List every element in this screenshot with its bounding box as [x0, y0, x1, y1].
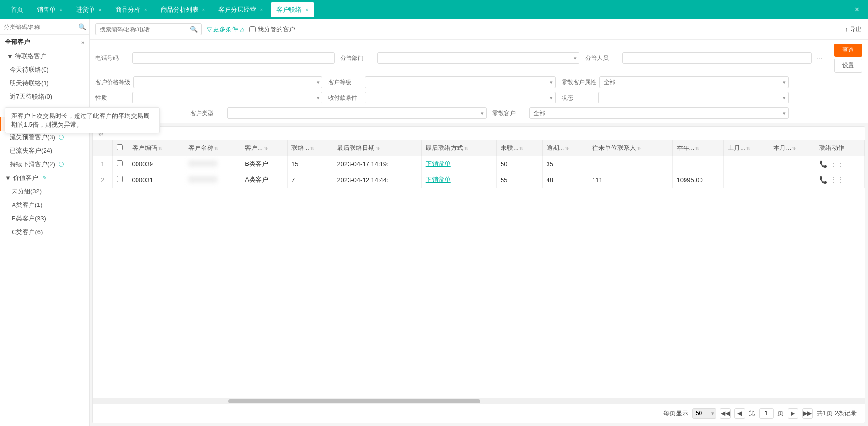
gender-select[interactable] [132, 92, 322, 103]
th-current-month[interactable]: 本月...⇅ [769, 140, 815, 156]
next-page-button[interactable]: ▶ [788, 408, 798, 419]
sidebar-item-c-class[interactable]: C类客户(6) [0, 225, 89, 239]
table-row: 1 000039 B类客户 15 2023-04-17 14:19: 下销货单 … [93, 156, 865, 172]
sidebar-search-input[interactable] [4, 24, 76, 30]
search-icon[interactable]: 🔍 [190, 26, 198, 33]
nav-sales[interactable]: 销售单 × [31, 2, 68, 17]
sidebar-search-icon[interactable]: 🔍 [78, 23, 86, 30]
row2-level: A类客户 [241, 172, 288, 188]
customer-level-select[interactable] [365, 76, 555, 88]
row2-more-icon[interactable]: ⋮⋮ [830, 176, 844, 184]
nav-customer-contact[interactable]: 客户联络 × [271, 2, 314, 17]
info-icon-2[interactable]: ⓘ [59, 134, 64, 140]
th-checkbox [112, 140, 128, 156]
row1-phone-icon[interactable]: 📞 [819, 160, 827, 168]
sidebar-item-a-class[interactable]: A类客户(1) [0, 198, 89, 212]
nav-close-sales[interactable]: × [60, 7, 62, 13]
page-number-input[interactable] [759, 408, 774, 419]
more-filter-button[interactable]: ▽ 更多条件 △ [207, 25, 244, 34]
row2-contact-method-link[interactable]: 下销货单 [426, 176, 451, 183]
search-input[interactable] [100, 26, 188, 33]
row2-actions: 📞 ⋮⋮ [815, 172, 864, 188]
settings-button[interactable]: 设置 [834, 59, 862, 73]
query-button[interactable]: 查询 [834, 44, 862, 57]
status-select[interactable] [598, 92, 789, 103]
phone-input[interactable] [132, 52, 335, 64]
dept-select-wrap [377, 52, 579, 64]
arrow-icon: ▼ [7, 53, 13, 60]
prev-page-button[interactable]: ◀ [734, 408, 745, 419]
window-close-button[interactable]: × [851, 3, 863, 16]
filter-form: 电话号码 分管部门 分管人员 ··· 查询 设置 [90, 40, 868, 123]
my-customer-checkbox[interactable] [249, 26, 256, 32]
th-uncontacted[interactable]: 未联...⇅ [497, 140, 542, 156]
nav-close-customer-segment[interactable]: × [260, 7, 263, 13]
row1-contact-method-link[interactable]: 下销货单 [426, 160, 451, 167]
filter-price-level-field: 客户价格等级 [95, 76, 322, 88]
sort-icon-overdue: ⇅ [565, 146, 569, 151]
info-icon-3[interactable]: ⓘ [59, 162, 64, 167]
row1-more-icon[interactable]: ⋮⋮ [830, 160, 844, 168]
nav-customer-segment[interactable]: 客户分层经营 × [213, 2, 269, 17]
sidebar-all-customers-header[interactable]: 全部客户 » [0, 35, 89, 49]
scrollbar-thumb[interactable] [228, 399, 480, 403]
nav-product-analysis-list[interactable]: 商品分析列表 × [155, 2, 211, 17]
row1-checkbox[interactable] [117, 160, 123, 166]
nav-close-product-analysis-list[interactable]: × [202, 7, 205, 13]
person-more-icon[interactable]: ··· [815, 54, 824, 62]
retail-customer-select[interactable]: 全部 [529, 107, 789, 119]
sidebar-item-today-pending[interactable]: 今天待联络(0) [0, 63, 89, 76]
nav-close-product-analysis[interactable]: × [144, 7, 147, 13]
my-customer-checkbox-wrap[interactable]: 我分管的客户 [249, 25, 295, 34]
th-last-month[interactable]: 上月...⇅ [723, 140, 769, 156]
price-level-select[interactable] [133, 76, 322, 88]
edit-icon[interactable]: ✎ [42, 175, 46, 181]
th-contact-person[interactable]: 往来单位联系人⇅ [588, 140, 672, 156]
th-last-contact-date[interactable]: 最后联络日期⇅ [333, 140, 421, 156]
th-current-year[interactable]: 本年...⇅ [672, 140, 723, 156]
nav-product-analysis[interactable]: 商品分析 × [109, 2, 153, 17]
last-page-button[interactable]: ▶▶ [802, 408, 813, 419]
th-level[interactable]: 客户...⇅ [241, 140, 288, 156]
export-button[interactable]: ↑ 导出 [845, 25, 863, 34]
sidebar-pending-group[interactable]: ▼ 待联络客户 [0, 49, 89, 63]
nav-home[interactable]: 首页 [5, 2, 29, 17]
row1-current-year [672, 156, 723, 172]
customer-type-select[interactable] [227, 107, 487, 119]
horizontal-scrollbar[interactable] [93, 398, 865, 404]
sidebar-item-declining[interactable]: 持续下滑客户(2) ⓘ [0, 158, 89, 171]
filter-dept-field: 分管部门 [340, 52, 579, 64]
per-page-select[interactable]: 50 100 [692, 408, 716, 419]
table-scroll-wrap[interactable]: 客户编码⇅ 客户名称⇅ 客户...⇅ 联络...⇅ 最后联络日期⇅ 最后联络方式… [93, 140, 865, 398]
dept-select[interactable] [377, 52, 579, 64]
th-contact-count[interactable]: 联络...⇅ [287, 140, 333, 156]
row2-phone-icon[interactable]: 📞 [819, 176, 827, 184]
sidebar-value-group[interactable]: ▼ 价值客户 ✎ [0, 171, 89, 185]
sidebar-item-unclassified[interactable]: 未分组(32) [0, 185, 89, 198]
payment-select[interactable] [365, 92, 555, 103]
person-input[interactable] [622, 52, 812, 64]
sidebar-item-tomorrow-pending[interactable]: 明天待联络(1) [0, 76, 89, 90]
row2-name [184, 172, 241, 188]
sort-icon-current-year: ⇅ [695, 146, 699, 151]
th-code[interactable]: 客户编码⇅ [128, 140, 184, 156]
row2-checkbox[interactable] [117, 176, 123, 182]
sidebar-item-b-class[interactable]: B类客户(33) [0, 212, 89, 225]
nav-purchase[interactable]: 进货单 × [70, 2, 107, 17]
sort-icon-name: ⇅ [214, 146, 218, 151]
sidebar-search-wrap: 🔍 [0, 19, 89, 35]
retail-attr-select[interactable]: 全部 [599, 76, 789, 88]
sidebar-collapse-icon[interactable]: » [81, 39, 84, 45]
sidebar-item-churned[interactable]: 已流失客户(24) [0, 144, 89, 158]
sidebar-item-7day-pending[interactable]: 近7天待联络(0) [0, 90, 89, 103]
select-all-checkbox[interactable] [117, 144, 123, 150]
nav-close-customer-contact[interactable]: × [305, 7, 308, 13]
th-overdue[interactable]: 逾期...⇅ [542, 140, 588, 156]
payment-select-wrap [365, 92, 555, 103]
sort-icon-code: ⇅ [158, 146, 162, 151]
row2-current-month [769, 172, 815, 188]
th-last-contact-method[interactable]: 最后联络方式⇅ [421, 140, 496, 156]
first-page-button[interactable]: ◀◀ [720, 408, 731, 419]
th-name[interactable]: 客户名称⇅ [184, 140, 241, 156]
nav-close-purchase[interactable]: × [99, 7, 102, 13]
